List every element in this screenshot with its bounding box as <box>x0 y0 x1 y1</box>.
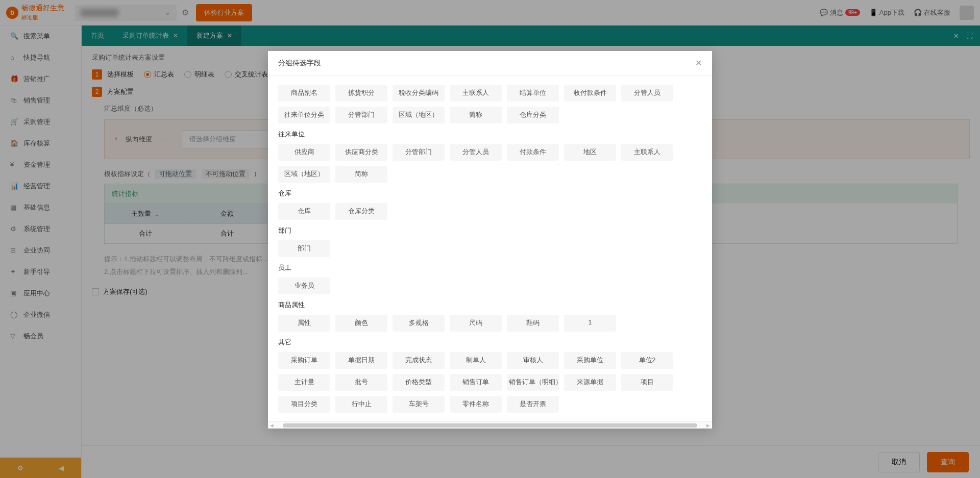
field-group-1: 往来单位供应商供应商分类分管部门分管人员付款条件地区主联系人区域（地区）简称 <box>278 130 702 183</box>
group-title: 部门 <box>278 226 702 235</box>
modal-h-scrollbar[interactable]: ◂ ▸ <box>268 421 712 429</box>
field-chip[interactable]: 制单人 <box>450 352 502 369</box>
field-chip[interactable]: 简称 <box>450 107 502 123</box>
scroll-thumb[interactable] <box>283 423 697 427</box>
chip-row: 仓库仓库分类 <box>278 203 702 220</box>
field-chip[interactable]: 往来单位分类 <box>278 107 330 123</box>
group-title: 其它 <box>278 338 702 347</box>
field-chip[interactable]: 完成状态 <box>393 352 445 369</box>
field-group-4: 员工业务员 <box>278 263 702 294</box>
field-chip[interactable]: 分管部门 <box>335 107 387 123</box>
group-title: 商品属性 <box>278 300 702 310</box>
field-chip[interactable]: 颜色 <box>335 315 387 332</box>
chip-row: 业务员 <box>278 278 702 294</box>
field-group-5: 商品属性属性颜色多规格尺码鞋码1 <box>278 300 702 332</box>
field-chip[interactable]: 采购单位 <box>564 352 616 369</box>
group-title: 员工 <box>278 263 702 272</box>
field-chip[interactable]: 鞋码 <box>507 315 559 332</box>
field-chip[interactable]: 1 <box>564 315 616 332</box>
field-chip[interactable]: 来源单据 <box>564 374 616 391</box>
field-chip[interactable]: 单位2 <box>621 352 673 369</box>
field-chip[interactable]: 分管人员 <box>621 85 673 102</box>
field-chip[interactable]: 批号 <box>335 374 387 391</box>
field-group-0: 商品别名拣货积分税收分类编码主联系人结算单位收付款条件分管人员往来单位分类分管部… <box>278 85 702 123</box>
field-chip[interactable]: 拣货积分 <box>335 85 387 102</box>
field-chip[interactable]: 结算单位 <box>507 85 559 102</box>
field-chip[interactable]: 是否开票 <box>507 396 559 413</box>
modal-header: 分组待选字段 ✕ <box>268 51 712 76</box>
field-chip[interactable]: 主联系人 <box>621 144 673 161</box>
field-chip[interactable]: 仓库分类 <box>507 107 559 123</box>
field-chip[interactable]: 仓库 <box>278 203 330 220</box>
field-chip[interactable]: 零件名称 <box>450 396 502 413</box>
modal-body: 商品别名拣货积分税收分类编码主联系人结算单位收付款条件分管人员往来单位分类分管部… <box>268 76 712 421</box>
field-chip[interactable]: 主计量 <box>278 374 330 391</box>
field-chip[interactable]: 项目分类 <box>278 396 330 413</box>
field-chip[interactable]: 采购订单 <box>278 352 330 369</box>
chip-row: 供应商供应商分类分管部门分管人员付款条件地区主联系人区域（地区）简称 <box>278 144 702 183</box>
field-chip[interactable]: 尺码 <box>450 315 502 332</box>
field-chip[interactable]: 区域（地区） <box>393 107 445 123</box>
field-chip[interactable]: 分管人员 <box>450 144 502 161</box>
field-chip[interactable]: 收付款条件 <box>564 85 616 102</box>
field-chip[interactable]: 简称 <box>335 166 387 183</box>
field-chip[interactable]: 销售订单（明细） <box>507 374 559 391</box>
field-chip[interactable]: 地区 <box>564 144 616 161</box>
field-group-6: 其它采购订单单据日期完成状态制单人审核人采购单位单位2主计量批号价格类型销售订单… <box>278 338 702 413</box>
field-group-3: 部门部门 <box>278 226 702 257</box>
group-title: 仓库 <box>278 189 702 198</box>
modal-overlay[interactable]: 分组待选字段 ✕ 商品别名拣货积分税收分类编码主联系人结算单位收付款条件分管人员… <box>0 0 980 478</box>
field-selector-modal: 分组待选字段 ✕ 商品别名拣货积分税收分类编码主联系人结算单位收付款条件分管人员… <box>268 51 712 429</box>
field-chip[interactable]: 商品别名 <box>278 85 330 102</box>
field-chip[interactable]: 主联系人 <box>450 85 502 102</box>
field-chip[interactable]: 审核人 <box>507 352 559 369</box>
field-chip[interactable]: 供应商分类 <box>335 144 387 161</box>
field-chip[interactable]: 行中止 <box>335 396 387 413</box>
field-chip[interactable]: 供应商 <box>278 144 330 161</box>
field-chip[interactable]: 分管部门 <box>393 144 445 161</box>
chip-row: 采购订单单据日期完成状态制单人审核人采购单位单位2主计量批号价格类型销售订单销售… <box>278 352 702 413</box>
chip-row: 部门 <box>278 240 702 257</box>
field-chip[interactable]: 部门 <box>278 240 330 257</box>
chip-row: 商品别名拣货积分税收分类编码主联系人结算单位收付款条件分管人员往来单位分类分管部… <box>278 85 702 123</box>
field-chip[interactable]: 税收分类编码 <box>393 85 445 102</box>
field-chip[interactable]: 销售订单 <box>450 374 502 391</box>
field-chip[interactable]: 单据日期 <box>335 352 387 369</box>
field-chip[interactable]: 多规格 <box>393 315 445 332</box>
field-chip[interactable]: 车架号 <box>393 396 445 413</box>
modal-close-icon[interactable]: ✕ <box>695 58 702 68</box>
field-chip[interactable]: 付款条件 <box>507 144 559 161</box>
field-chip[interactable]: 价格类型 <box>393 374 445 391</box>
chip-row: 属性颜色多规格尺码鞋码1 <box>278 315 702 332</box>
field-chip[interactable]: 区域（地区） <box>278 166 330 183</box>
field-chip[interactable]: 仓库分类 <box>335 203 387 220</box>
field-group-2: 仓库仓库仓库分类 <box>278 189 702 220</box>
modal-title: 分组待选字段 <box>278 59 321 68</box>
field-chip[interactable]: 属性 <box>278 315 330 332</box>
field-chip[interactable]: 项目 <box>621 374 673 391</box>
field-chip[interactable]: 业务员 <box>278 278 330 294</box>
group-title: 往来单位 <box>278 130 702 139</box>
